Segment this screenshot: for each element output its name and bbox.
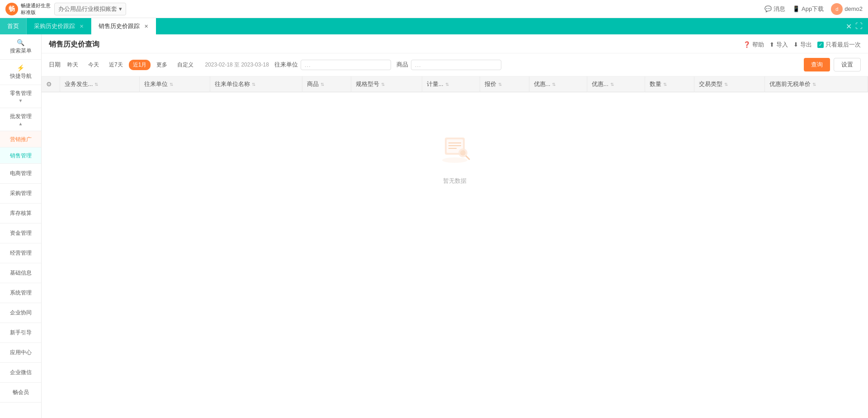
th-discount1[interactable]: 优惠... ⇅ [529,76,587,92]
sort-icon: ⇅ [498,82,502,87]
th-qty[interactable]: 数量 ⇅ [645,76,694,92]
sidebar-item-operations[interactable]: 经营管理 [0,243,41,263]
import-button[interactable]: ⬆ 导入 [769,41,788,49]
nav-icon: ⚡ [17,64,24,71]
th-tx-type[interactable]: 交易类型 ⇅ [694,76,764,92]
sidebar-retail-label: 零售管理 [10,90,32,97]
home-tab-label: 首页 [7,22,19,30]
data-table: ⚙ 业务发生... ⇅ 往来单位 ⇅ [42,76,868,92]
sidebar-item-basics[interactable]: 基础信息 [0,263,41,283]
partner-input[interactable]: ... [301,60,391,70]
sidebar-search-label: 搜索菜单 [10,47,32,55]
help-button[interactable]: ❓ 帮助 [743,41,764,49]
purchase-history-close-icon[interactable]: ✕ [80,24,84,29]
filter-bar: 日期 昨天 今天 近7天 近1月 更多 自定义 2023-02-18 至 202… [42,53,868,76]
sidebar-item-ecommerce[interactable]: 电商管理 [0,164,41,184]
top-bar-right: 💬 消息 📱 App下载 d demo2 [764,3,863,15]
sales-history-tab-label: 销售历史价跟踪 [99,22,140,30]
goods-input[interactable]: ... [411,60,501,70]
logo-icon: 畅 [5,3,18,15]
sidebar-item-sales[interactable]: 销售管理 [0,147,41,164]
maximize-icon[interactable]: ⛶ [855,22,863,30]
sidebar-item-purchase[interactable]: 采购管理 [0,184,41,204]
sort-icon: ⇅ [812,82,816,87]
sidebar-item-member[interactable]: 畅会员 [0,383,41,403]
sidebar-finance-label: 资金管理 [10,229,32,237]
app-download-button[interactable]: 📱 App下载 [793,5,824,13]
th-partner-name[interactable]: 往来单位名称 ⇅ [210,76,302,92]
date-range-text: 2023-02-18 至 2023-03-18 [205,61,269,69]
sidebar-item-wholesale[interactable]: 批发管理 ▲ [0,108,41,131]
sidebar-item-appstore[interactable]: 应用中心 [0,343,41,363]
sort-icon: ⇅ [445,82,449,87]
gear-icon[interactable]: ⚙ [46,81,52,88]
sidebar-item-quick-nav[interactable]: ⚡ 快捷导航 [0,60,41,85]
page-title: 销售历史价查询 [49,40,99,49]
sidebar-item-guide[interactable]: 新手引导 [0,323,41,343]
user-profile[interactable]: d demo2 [831,3,863,15]
date-buttons: 昨天 今天 近7天 近1月 更多 自定义 [63,60,198,70]
date-btn-7days[interactable]: 近7天 [105,60,127,70]
empty-text: 暂无数据 [443,177,467,185]
workspace-selector[interactable]: 办公用品行业模拟账套 ▾ [54,3,126,15]
sales-history-close-icon[interactable]: ✕ [144,24,148,29]
th-spec[interactable]: 规格型号 ⇅ [351,76,422,92]
checkbox-checked-icon: ✓ [817,42,824,48]
chevron-down-icon: ▾ [119,5,122,12]
sidebar-member-label: 畅会员 [13,389,29,396]
th-discount2[interactable]: 优惠... ⇅ [587,76,645,92]
tab-purchase-history[interactable]: 采购历史价跟踪 ✕ [27,18,91,34]
message-icon: 💬 [764,5,772,12]
date-range-display: 2023-02-18 至 2023-03-18 [203,61,269,69]
message-button[interactable]: 💬 消息 [764,5,785,13]
th-partner-code[interactable]: 往来单位 ⇅ [139,76,210,92]
table-area: ⚙ 业务发生... ⇅ 往来单位 ⇅ [42,76,868,418]
search-icon: 🔍 [17,39,24,46]
sort-icon: ⇅ [170,82,173,87]
sidebar-item-retail[interactable]: 零售管理 ▼ [0,85,41,108]
th-unit[interactable]: 计量... ⇅ [422,76,480,92]
th-price[interactable]: 报价 ⇅ [480,76,529,92]
sort-icon: ⇅ [724,82,728,87]
export-button[interactable]: ⬇ 导出 [793,41,812,49]
sidebar-basics-label: 基础信息 [10,269,32,277]
avatar: d [831,3,843,15]
main-layout: 🔍 搜索菜单 ⚡ 快捷导航 零售管理 ▼ 批发管理 ▲ 营销推广 销售管理 电商… [0,34,868,418]
th-goods[interactable]: 商品 ⇅ [302,76,351,92]
goods-filter: 商品 ... [396,60,501,70]
sort-icon: ⇅ [663,82,667,87]
sidebar-operations-label: 经营管理 [10,249,32,257]
sidebar-item-inventory[interactable]: 库存核算 [0,204,41,223]
only-last-checkbox-label[interactable]: ✓ 只看最后一次 [817,41,861,49]
th-biz-date[interactable]: 业务发生... ⇅ [60,76,139,92]
close-tab-icon[interactable]: ✕ [846,22,852,31]
th-no-tax-price[interactable]: 优惠前无税单价 ⇅ [765,76,868,92]
setting-button[interactable]: 设置 [834,58,861,71]
sidebar-item-enterprise[interactable]: 企业协同 [0,303,41,323]
date-filter: 日期 昨天 今天 近7天 近1月 更多 自定义 [49,60,198,70]
sidebar-item-wechat[interactable]: 企业微信 [0,363,41,383]
sidebar-marketing-label: 营销推广 [10,136,32,143]
tab-bar: 首页 采购历史价跟踪 ✕ 销售历史价跟踪 ✕ ✕ ⛶ [0,18,868,34]
logo-area: 畅 畅捷通好生意 标准版 [5,2,51,15]
tab-home[interactable]: 首页 [0,18,27,34]
date-btn-1month[interactable]: 近1月 [129,60,151,70]
query-button[interactable]: 查询 [804,58,830,71]
date-btn-more[interactable]: 更多 [152,60,171,70]
chevron-down-icon: ▼ [19,98,23,103]
page-actions: ❓ 帮助 ⬆ 导入 ⬇ 导出 ✓ 只看最后一次 [743,41,861,49]
date-btn-today[interactable]: 今天 [84,60,103,70]
sidebar-item-finance[interactable]: 资金管理 [0,223,41,243]
date-btn-yesterday[interactable]: 昨天 [63,60,82,70]
top-bar-left: 畅 畅捷通好生意 标准版 办公用品行业模拟账套 ▾ [5,2,126,15]
sidebar-item-marketing[interactable]: 营销推广 [0,131,41,147]
user-name: demo2 [844,5,863,12]
goods-label: 商品 [396,61,408,69]
sidebar-item-search[interactable]: 🔍 搜索菜单 [0,34,41,60]
partner-filter: 往来单位 ... [274,60,391,70]
import-icon: ⬆ [769,41,774,48]
tab-sales-history[interactable]: 销售历史价跟踪 ✕ [91,18,156,34]
date-btn-custom[interactable]: 自定义 [173,60,198,70]
workspace-label: 办公用品行业模拟账套 [58,5,117,13]
sidebar-item-system[interactable]: 系统管理 [0,283,41,303]
